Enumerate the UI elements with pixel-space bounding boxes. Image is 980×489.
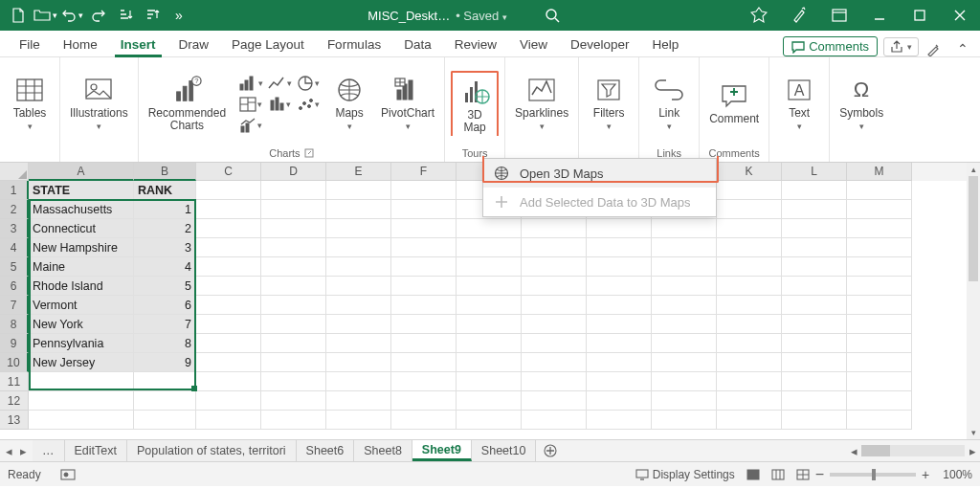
view-page-break-icon[interactable] — [791, 469, 815, 480]
horizontal-scrollbar[interactable]: ◂ ▸ — [846, 440, 980, 461]
cell[interactable]: New Jersey — [29, 353, 134, 372]
tables-button[interactable]: Tables▾ — [6, 71, 54, 136]
cell[interactable]: 1 — [134, 200, 196, 219]
sheet-tab[interactable]: Population of states, territori — [127, 440, 297, 461]
row-header[interactable]: 2 — [0, 200, 29, 219]
cell[interactable]: New York — [29, 315, 134, 334]
tab-review[interactable]: Review — [443, 33, 508, 56]
saved-indicator[interactable]: • Saved ▾ — [456, 9, 507, 23]
cell[interactable]: STATE — [29, 181, 134, 200]
view-normal-icon[interactable] — [741, 469, 766, 480]
col-header-A[interactable]: A — [29, 163, 134, 181]
search-icon[interactable] — [542, 5, 563, 26]
sort-asc-icon[interactable] — [113, 3, 138, 28]
scroll-up-icon[interactable]: ▴ — [967, 163, 980, 176]
maps-button[interactable]: Maps▾ — [329, 71, 369, 136]
cell[interactable]: Massachusetts — [29, 200, 134, 219]
col-header-F[interactable]: F — [391, 163, 457, 181]
vertical-scrollbar[interactable]: ▴ ▾ — [967, 163, 980, 439]
scatter-chart-icon[interactable]: ▾ — [295, 94, 322, 115]
cell[interactable]: 3 — [134, 238, 196, 257]
row-header[interactable]: 4 — [0, 238, 29, 257]
cell[interactable]: Vermont — [29, 296, 134, 315]
coming-soon-icon[interactable] — [779, 0, 819, 31]
row-header[interactable]: 8 — [0, 315, 29, 334]
open-folder-icon[interactable]: ▾ — [33, 3, 57, 28]
ink-replay-icon[interactable] — [926, 43, 946, 56]
tab-view[interactable]: View — [508, 33, 559, 56]
sheet-tab[interactable]: Sheet10 — [472, 440, 537, 461]
cell[interactable]: 9 — [134, 353, 196, 372]
minimize-icon[interactable] — [859, 0, 900, 31]
open-3d-maps-item[interactable]: Open 3D Maps — [483, 159, 716, 188]
sheet-tab-active[interactable]: Sheet9 — [412, 440, 472, 461]
maximize-icon[interactable] — [900, 0, 940, 31]
ribbon-display-icon[interactable] — [819, 0, 859, 31]
cell[interactable]: Maine — [29, 257, 134, 277]
tab-help[interactable]: Help — [641, 33, 691, 56]
cell[interactable]: 7 — [134, 315, 196, 334]
cell[interactable]: Connecticut — [29, 219, 134, 238]
row-header[interactable]: 10 — [0, 353, 29, 372]
view-page-layout-icon[interactable] — [766, 469, 791, 480]
pie-chart-icon[interactable]: ▾ — [295, 73, 322, 94]
cell[interactable]: 5 — [134, 277, 196, 296]
column-chart-icon[interactable]: ▾ — [237, 73, 264, 94]
illustrations-button[interactable]: Illustrations▾ — [66, 71, 132, 136]
row-header[interactable]: 9 — [0, 334, 29, 353]
comment-button[interactable]: Comment — [705, 77, 763, 129]
new-file-icon[interactable] — [6, 3, 31, 28]
scroll-right-icon[interactable]: ▸ — [965, 444, 980, 458]
cells-area[interactable]: 1 STATE RANK 2Massachusetts1 3Connecticu… — [0, 181, 967, 439]
row-header[interactable]: 1 — [0, 181, 29, 200]
recommended-charts-button[interactable]: ? Recommended Charts — [145, 71, 230, 136]
collapse-ribbon-icon[interactable]: ⌃ — [953, 41, 972, 56]
share-button[interactable]: ▾ — [883, 37, 919, 56]
tab-nav-prev-icon[interactable]: ◂ — [6, 444, 12, 458]
row-header[interactable]: 11 — [0, 372, 29, 391]
row-header[interactable]: 6 — [0, 277, 29, 296]
row-header[interactable]: 12 — [0, 391, 29, 411]
cell[interactable]: 8 — [134, 334, 196, 353]
cell[interactable]: Pennsylvania — [29, 334, 134, 353]
tab-home[interactable]: Home — [52, 33, 109, 56]
premium-icon[interactable] — [739, 0, 779, 31]
add-sheet-icon[interactable] — [536, 440, 565, 461]
tab-nav-next-icon[interactable]: ▸ — [20, 444, 27, 458]
col-header-B[interactable]: B — [134, 163, 196, 181]
sparklines-button[interactable]: Sparklines▾ — [511, 71, 572, 136]
cell[interactable]: New Hampshire — [29, 238, 134, 257]
tab-formulas[interactable]: Formulas — [316, 33, 392, 56]
line-chart-icon[interactable]: ▾ — [266, 73, 293, 94]
zoom-out-icon[interactable]: − — [815, 466, 824, 483]
col-header-M[interactable]: M — [847, 163, 912, 181]
tab-developer[interactable]: Developer — [559, 33, 641, 56]
row-header[interactable]: 13 — [0, 411, 29, 430]
filters-button[interactable]: Filters▾ — [585, 71, 633, 136]
row-header[interactable]: 7 — [0, 296, 29, 315]
col-header-L[interactable]: L — [782, 163, 847, 181]
qat-overflow-icon[interactable]: » — [167, 3, 191, 28]
fill-handle[interactable] — [191, 386, 197, 391]
col-header-C[interactable]: C — [196, 163, 261, 181]
link-button[interactable]: Link▾ — [645, 71, 693, 136]
undo-icon[interactable]: ▾ — [59, 3, 84, 28]
scroll-down-icon[interactable]: ▾ — [967, 426, 980, 439]
sort-desc-icon[interactable] — [140, 3, 165, 28]
sheet-tab[interactable]: Sheet8 — [354, 440, 412, 461]
tab-data[interactable]: Data — [392, 33, 443, 56]
cell[interactable]: RANK — [134, 181, 196, 200]
sheet-tab[interactable]: Sheet6 — [297, 440, 355, 461]
comments-button[interactable]: Comments — [783, 36, 878, 56]
sheet-tab[interactable]: EditText — [65, 440, 127, 461]
col-header-D[interactable]: D — [261, 163, 326, 181]
display-settings-button[interactable]: Display Settings — [630, 468, 741, 481]
cell[interactable]: Rhode Island — [29, 277, 134, 296]
row-header[interactable]: 3 — [0, 219, 29, 238]
treemap-chart-icon[interactable]: ▾ — [237, 94, 264, 115]
tab-page-layout[interactable]: Page Layout — [220, 33, 316, 56]
tab-insert[interactable]: Insert — [109, 33, 167, 56]
zoom-in-icon[interactable]: + — [922, 467, 929, 482]
hscroll-thumb[interactable] — [861, 445, 890, 456]
redo-icon[interactable] — [86, 3, 111, 28]
